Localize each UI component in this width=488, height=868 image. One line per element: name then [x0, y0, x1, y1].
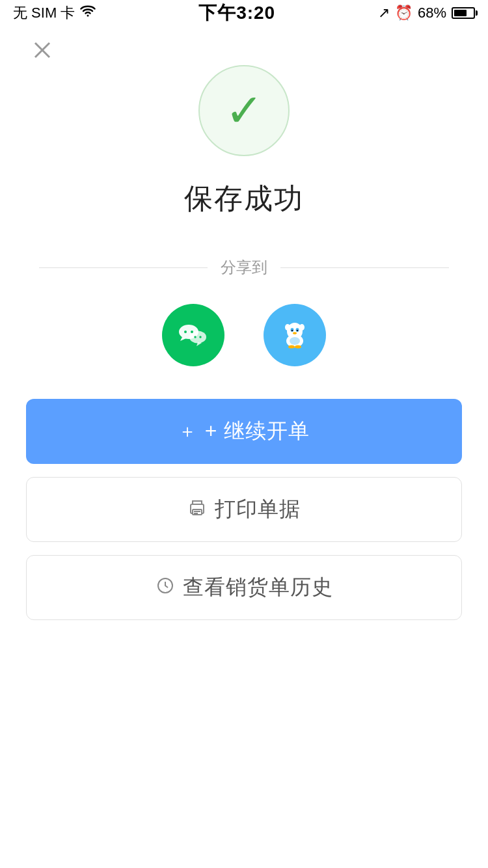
wifi-icon: [80, 3, 96, 23]
action-buttons: ＋ + 继续开单 打印单据 查看销货单: [0, 399, 488, 620]
checkmark-icon: ✓: [225, 88, 264, 133]
svg-point-15: [293, 332, 297, 334]
wechat-share-button[interactable]: [162, 304, 224, 366]
qq-share-button[interactable]: [264, 304, 326, 366]
qq-icon: [278, 318, 312, 352]
svg-point-6: [191, 331, 193, 333]
continue-order-button[interactable]: ＋ + 继续开单: [26, 399, 462, 464]
history-label: 查看销货单历史: [183, 573, 333, 602]
continue-order-label: + 继续开单: [205, 417, 310, 446]
wechat-icon: [176, 318, 211, 353]
print-icon: [187, 498, 207, 522]
svg-point-13: [291, 330, 293, 332]
battery-percent: 68%: [418, 5, 446, 21]
divider-right: [280, 267, 449, 268]
share-section: 分享到: [0, 257, 488, 366]
success-title: 保存成功: [184, 180, 304, 218]
svg-point-19: [295, 346, 301, 349]
main-content: ✓ 保存成功 分享到: [0, 26, 488, 620]
status-right: ↗ ⏰ 68%: [378, 5, 475, 21]
status-bar: 无 SIM 卡 下午3:20 ↗ ⏰ 68%: [0, 0, 488, 26]
svg-point-18: [288, 346, 295, 349]
share-icons-row: [162, 304, 326, 366]
svg-point-17: [299, 324, 305, 331]
svg-point-5: [184, 331, 187, 333]
battery-indicator: [452, 7, 475, 19]
print-label: 打印单据: [215, 495, 301, 524]
svg-point-8: [199, 336, 201, 338]
plus-icon: ＋: [178, 419, 197, 444]
share-divider: 分享到: [0, 257, 488, 278]
status-left: 无 SIM 卡: [13, 3, 96, 23]
success-circle: ✓: [198, 65, 290, 156]
history-button[interactable]: 查看销货单历史: [26, 555, 462, 620]
printer-icon-svg: [187, 498, 207, 517]
no-sim-label: 无 SIM 卡: [13, 3, 75, 23]
alarm-icon: ⏰: [395, 5, 413, 21]
divider-left: [39, 267, 208, 268]
svg-point-14: [297, 330, 299, 332]
clock-icon-svg: [156, 576, 175, 595]
svg-point-20: [290, 337, 300, 345]
svg-point-7: [194, 336, 196, 338]
status-time: 下午3:20: [198, 1, 275, 25]
svg-point-16: [285, 324, 290, 331]
share-label: 分享到: [208, 257, 280, 278]
close-button[interactable]: [26, 34, 59, 66]
close-icon: [33, 40, 52, 60]
history-icon: [156, 576, 175, 600]
location-icon: ↗: [378, 5, 390, 21]
svg-point-0: [87, 15, 89, 17]
print-button[interactable]: 打印单据: [26, 477, 462, 542]
